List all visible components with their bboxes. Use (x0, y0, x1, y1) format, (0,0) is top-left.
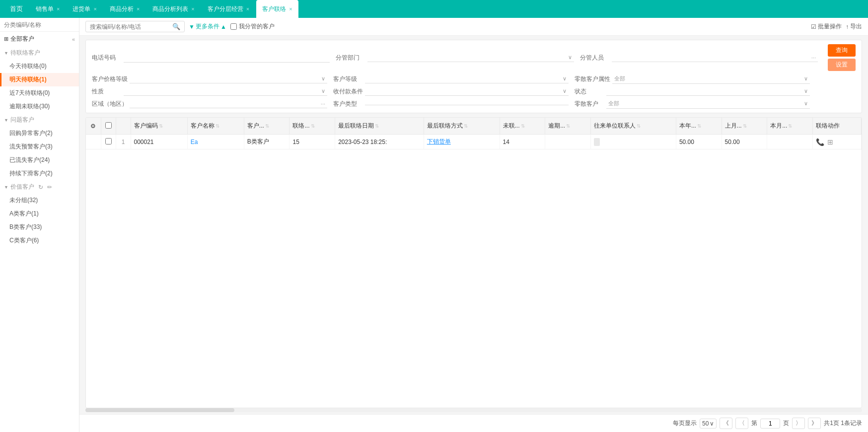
filter-customer-type-select[interactable] (365, 103, 569, 105)
th-unit-contact[interactable]: 往来单位联系人⇅ (590, 118, 676, 135)
batch-operation-btn[interactable]: ☑ 批量操作 (811, 22, 842, 31)
close-sales-tab[interactable]: × (57, 6, 60, 12)
td-row-code[interactable]: 000021 (131, 135, 187, 149)
nav-tab-purchase[interactable]: 进货单 × (67, 0, 102, 18)
close-customer-tier-tab[interactable]: × (246, 6, 249, 12)
sidebar-class-c[interactable]: C类客户(6) (0, 234, 79, 247)
filter-dept-label: 分管部门 (336, 54, 365, 62)
triangle-icon3: ▼ (4, 185, 8, 190)
prev-page-btn[interactable]: 〈 (735, 418, 748, 429)
page-number-input[interactable] (760, 419, 780, 429)
filter-region-label: 区域（地区） (92, 100, 128, 108)
row-checkbox[interactable] (105, 138, 112, 144)
sidebar-loss-risk[interactable]: 流失预警客户(3) (0, 140, 79, 153)
th-action: 联络动作 (812, 118, 861, 135)
filter-retail-customer-label: 零散客户 (575, 100, 604, 108)
sidebar-ungrouped[interactable]: 未分组(32) (0, 194, 79, 207)
th-gear[interactable]: ⚙ (86, 118, 101, 135)
filter-price-grade-select[interactable]: ∨ (130, 74, 327, 83)
filter-retail-attr-select[interactable]: 全部∨ (612, 74, 810, 84)
filter-person-select[interactable]: ··· (612, 54, 818, 62)
sidebar-today-contact[interactable]: 今天待联络(0) (0, 60, 79, 73)
my-customers-checkbox-group[interactable]: 我分管的客户 (230, 22, 275, 31)
td-row-last-method[interactable]: 下销货单 (424, 135, 500, 149)
table-scrollbar[interactable] (85, 408, 862, 412)
filter-customer-grade-label: 客户等级 (333, 75, 363, 83)
page-size-chevron: ∨ (710, 420, 714, 427)
grid-action-icon[interactable]: ⊞ (827, 138, 833, 146)
th-contacts[interactable]: 联络...⇅ (289, 118, 335, 135)
sort-icon-contacts: ⇅ (311, 123, 315, 129)
nav-tab-customer-tier[interactable]: 客户分层经营 × (202, 0, 255, 18)
filter-region-select[interactable]: ··· (130, 100, 327, 108)
sidebar-overdue-contact[interactable]: 逾期未联络(30) (0, 100, 79, 113)
sidebar-search-bar[interactable]: 🔍 (0, 18, 79, 32)
filter-phone-input[interactable] (124, 53, 330, 63)
first-page-btn[interactable]: 《 (720, 418, 732, 429)
value-section-edit[interactable]: ✏ (47, 184, 52, 191)
th-name[interactable]: 客户名称⇅ (187, 118, 244, 135)
filter-retail-customer-select[interactable]: 全部∨ (606, 99, 810, 109)
query-button[interactable]: 查询 (828, 44, 856, 57)
th-checkbox[interactable] (101, 118, 116, 135)
close-customer-contact-tab[interactable]: × (289, 6, 292, 12)
toolbar-search-icon[interactable]: 🔍 (172, 23, 180, 30)
toolbar-search-box[interactable]: 🔍 (85, 21, 185, 32)
sidebar-class-b[interactable]: B类客户(33) (0, 220, 79, 234)
filter-retail-customer: 零散客户 全部∨ (575, 99, 810, 109)
filter-status-select[interactable]: ∨ (606, 87, 810, 96)
select-all-checkbox[interactable] (105, 122, 112, 129)
th-this-year[interactable]: 本年...⇅ (676, 118, 722, 135)
sidebar-week7-contact[interactable]: 近7天待联络(0) (0, 86, 79, 100)
export-btn[interactable]: ↑ 导出 (846, 22, 862, 31)
customer-name-link[interactable]: Ea (191, 139, 198, 145)
nav-tab-product-analysis[interactable]: 商品分析 × (104, 0, 145, 18)
last-method-link[interactable]: 下销货单 (427, 138, 451, 145)
nav-home[interactable]: 首页 (4, 0, 29, 18)
nav-tab-sales[interactable]: 销售单 × (30, 0, 66, 18)
sort-icon-code: ⇅ (159, 123, 163, 129)
last-page-btn[interactable]: 》 (808, 418, 821, 429)
close-purchase-tab[interactable]: × (93, 6, 96, 12)
close-product-analysis-tab[interactable]: × (137, 6, 140, 12)
phone-action-icon[interactable]: 📞 (816, 138, 824, 146)
sidebar-repurchase-anomaly[interactable]: 回购异常客户(2) (0, 127, 79, 140)
td-row-name[interactable]: Ea (187, 135, 244, 149)
toolbar-search-input[interactable] (90, 23, 172, 30)
sidebar-search-input[interactable] (4, 21, 78, 28)
th-last-method[interactable]: 最后联络方式⇅ (424, 118, 500, 135)
sidebar-already-lost[interactable]: 已流失客户(24) (0, 153, 79, 167)
td-row-contacts: 15 (289, 135, 335, 149)
sidebar-all-customers[interactable]: ⊞ 全部客户 « (0, 32, 79, 46)
filter-nature-select[interactable]: ∨ (124, 87, 327, 96)
more-conditions-btn[interactable]: ▼ 更多条件 ▲ (189, 22, 226, 31)
th-overdue[interactable]: 逾期...⇅ (545, 118, 591, 135)
table-scroll-thumb[interactable] (85, 408, 234, 412)
sidebar-continuous-decline[interactable]: 持续下滑客户(2) (0, 167, 79, 180)
sidebar-tomorrow-contact[interactable]: 明天待联络(1) (0, 73, 79, 86)
th-not-contacted[interactable]: 未联...⇅ (500, 118, 545, 135)
chevron-up-icon: ▲ (220, 23, 226, 30)
filter-payment-select[interactable]: ∨ (365, 87, 569, 96)
data-table-wrapper: ⚙ 客户编码⇅ 客户名称⇅ 客户...⇅ 联络...⇅ (85, 117, 862, 408)
td-row-last-month: 50.00 (722, 135, 767, 149)
close-product-list-tab[interactable]: × (191, 6, 194, 12)
sidebar-class-a[interactable]: A类客户(1) (0, 207, 79, 220)
th-last-month[interactable]: 上月...⇅ (722, 118, 767, 135)
filter-customer-grade-select[interactable]: ∨ (365, 74, 569, 83)
my-customers-checkbox[interactable] (230, 23, 237, 30)
th-type[interactable]: 客户...⇅ (244, 118, 289, 135)
sort-icon-type: ⇅ (265, 123, 269, 129)
page-size-select[interactable]: 50 ∨ (700, 419, 717, 429)
td-row-checkbox[interactable] (101, 135, 116, 149)
nav-tab-customer-contact[interactable]: 客户联络 × (256, 0, 298, 18)
th-this-month[interactable]: 本月...⇅ (767, 118, 813, 135)
setting-button[interactable]: 设置 (828, 59, 856, 71)
th-last-date[interactable]: 最后联络日期⇅ (335, 118, 424, 135)
next-page-btn[interactable]: 〉 (792, 418, 805, 429)
value-section-refresh[interactable]: ↻ (38, 184, 43, 191)
nav-tab-product-list[interactable]: 商品分析列表 × (146, 0, 200, 18)
th-code[interactable]: 客户编码⇅ (131, 118, 187, 135)
sidebar: 🔍 ⊞ 全部客户 « ▼ 待联络客户 今天待联络(0) 明天待联络(1) 近7天… (0, 18, 79, 432)
filter-dept-select[interactable]: ∨ (367, 53, 574, 62)
